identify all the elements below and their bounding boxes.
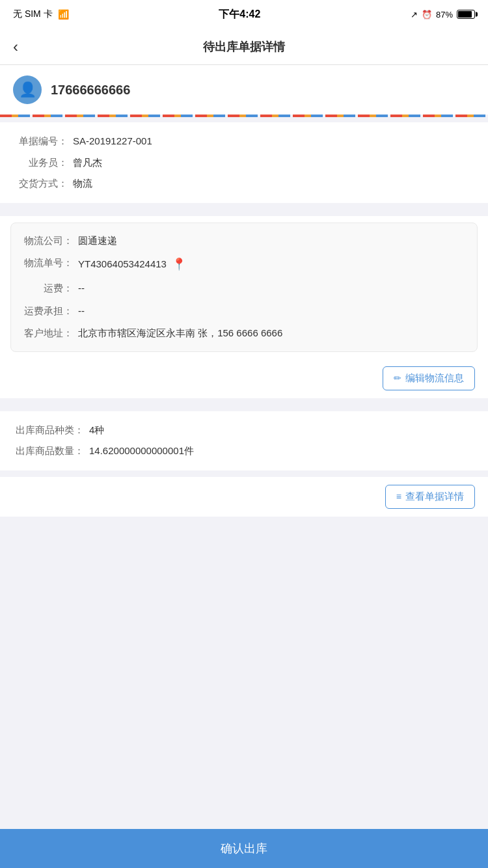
logistics-address-value: 北京市市辖区海淀区永丰南 张，156 6666 6666 <box>78 326 464 341</box>
battery-icon <box>457 10 475 19</box>
user-phone: 17666666666 <box>51 83 130 98</box>
goods-types-value: 4种 <box>89 423 472 438</box>
bottom-area: 确认出库 <box>0 829 488 868</box>
logistics-company-label: 物流公司： <box>24 234 73 249</box>
logistics-card: 物流公司： 圆通速递 物流单号： YT43064053424413 📍 运费： … <box>10 223 478 352</box>
status-bar: 无 SIM 卡 📶 下午4:42 ↗ ⏰ 87% <box>0 0 488 29</box>
salesperson-value: 曾凡杰 <box>73 156 472 170</box>
salesperson-row: 业务员： 曾凡杰 <box>16 156 472 170</box>
location-status-icon: ↗ <box>411 10 418 20</box>
goods-quantity-value: 14.620000000000001件 <box>89 444 472 459</box>
avatar-icon: 👤 <box>19 81 36 98</box>
tracking-location-icon[interactable]: 📍 <box>172 256 186 273</box>
confirm-button[interactable]: 确认出库 <box>0 829 488 868</box>
goods-types-row: 出库商品种类： 4种 <box>16 423 472 438</box>
status-right: ↗ ⏰ 87% <box>411 10 475 20</box>
document-number-row: 单据编号： SA-20191227-001 <box>16 134 472 149</box>
edit-icon: ✏ <box>394 373 401 383</box>
view-details-button[interactable]: ≡ 查看单据详情 <box>385 485 475 509</box>
logistics-freight-bearer-value: -- <box>78 304 464 319</box>
avatar: 👤 <box>13 75 42 104</box>
logistics-company-row: 物流公司： 圆通速递 <box>24 234 464 249</box>
battery-percent: 87% <box>436 10 453 20</box>
logistics-freight-value: -- <box>78 281 464 296</box>
edit-logistics-label: 编辑物流信息 <box>405 372 464 385</box>
wifi-icon: 📶 <box>58 9 69 20</box>
logistics-address-row: 客户地址： 北京市市辖区海淀区永丰南 张，156 6666 6666 <box>24 326 464 341</box>
goods-quantity-row: 出库商品数量： 14.620000000000001件 <box>16 444 472 459</box>
page-title: 待出库单据详情 <box>203 39 285 55</box>
user-header: 👤 17666666666 <box>0 65 488 115</box>
order-info-section: 单据编号： SA-20191227-001 业务员： 曾凡杰 交货方式： 物流 <box>0 122 488 203</box>
back-button[interactable]: ‹ <box>13 38 18 56</box>
view-btn-container: ≡ 查看单据详情 <box>0 477 488 517</box>
view-details-label: 查看单据详情 <box>405 491 464 503</box>
delivery-method-value: 物流 <box>73 176 472 191</box>
logistics-company-value: 圆通速递 <box>78 234 464 249</box>
list-icon: ≡ <box>396 491 401 502</box>
alarm-icon: ⏰ <box>422 10 432 20</box>
document-number-label: 单据编号： <box>16 134 68 149</box>
goods-quantity-label: 出库商品数量： <box>16 444 84 459</box>
status-time: 下午4:42 <box>219 8 260 21</box>
edit-btn-container: ✏ 编辑物流信息 <box>0 359 488 398</box>
logistics-freight-label: 运费： <box>24 281 73 296</box>
status-left: 无 SIM 卡 📶 <box>13 8 69 20</box>
logistics-tracking-row: 物流单号： YT43064053424413 📍 <box>24 256 464 273</box>
edit-logistics-button[interactable]: ✏ 编辑物流信息 <box>383 366 475 390</box>
logistics-freight-bearer-label: 运费承担： <box>24 304 73 319</box>
nav-bar: ‹ 待出库单据详情 <box>0 29 488 65</box>
carrier-text: 无 SIM 卡 <box>13 8 53 20</box>
goods-section: 出库商品种类： 4种 出库商品数量： 14.620000000000001件 <box>0 411 488 470</box>
delivery-method-row: 交货方式： 物流 <box>16 176 472 191</box>
logistics-address-label: 客户地址： <box>24 326 73 341</box>
delivery-method-label: 交货方式： <box>16 176 68 191</box>
document-number-value: SA-20191227-001 <box>73 134 472 149</box>
goods-types-label: 出库商品种类： <box>16 423 84 438</box>
salesperson-label: 业务员： <box>16 156 68 170</box>
logistics-tracking-label: 物流单号： <box>24 256 73 271</box>
logistics-freight-row: 运费： -- <box>24 281 464 296</box>
logistics-freight-bearer-row: 运费承担： -- <box>24 304 464 319</box>
logistics-tracking-value: YT43064053424413 📍 <box>78 256 464 273</box>
